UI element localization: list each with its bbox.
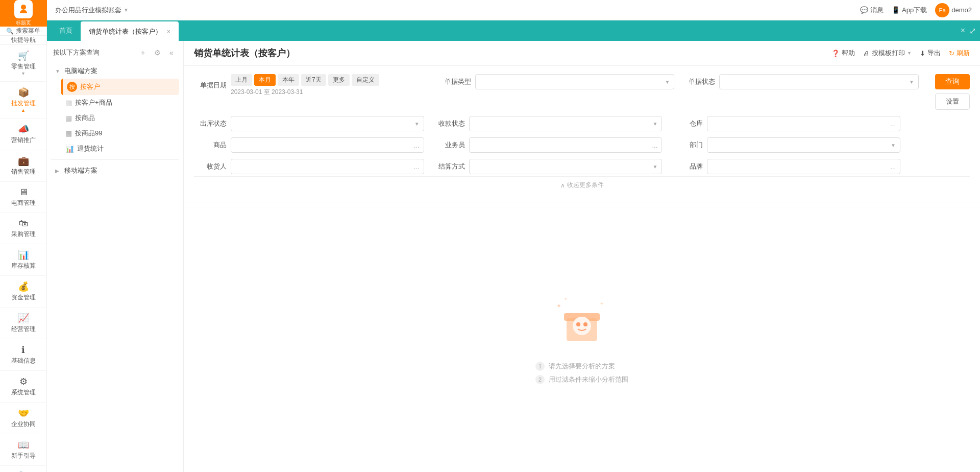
tree-mobile-header[interactable]: ▶ 移动端方案 <box>51 163 179 178</box>
by-customer-goods-icon: ▦ <box>65 99 72 107</box>
collapse-icon: ∧ <box>560 182 565 189</box>
print-btn[interactable]: 🖨 按模板打印 ▼ <box>863 49 912 58</box>
doc-type-select[interactable]: ▼ <box>475 74 675 89</box>
receiver-dots[interactable]: ... <box>414 163 420 171</box>
purchase-label: 采购管理 <box>11 230 36 239</box>
panel-collapse-btn[interactable]: « <box>166 47 177 58</box>
sidebar-item-guide[interactable]: 📖 新手引导 <box>0 434 47 466</box>
retail-icon: 🛒 <box>18 50 29 61</box>
by-goods-label: 按商品 <box>75 113 95 123</box>
wholesale-arrow: ▲ <box>21 108 26 113</box>
warehouse-label: 仓库 <box>670 119 703 128</box>
add-scheme-btn[interactable]: + <box>137 47 149 58</box>
sidebar-item-ecom[interactable]: 🖥 电商管理 <box>0 182 47 213</box>
tab-close-btn[interactable]: × <box>167 28 170 35</box>
message-label: 消息 <box>870 6 884 15</box>
out-status-select[interactable]: ▼ <box>231 116 424 131</box>
export-btn[interactable]: ⬇ 导出 <box>920 49 941 58</box>
scheme-settings-btn[interactable]: ⚙ <box>152 47 163 58</box>
app-selector[interactable]: 办公用品行业模拟账套 ▼ <box>55 6 129 15</box>
svg-point-5 <box>583 322 587 326</box>
department-arrow: ▼ <box>891 143 896 148</box>
department-select[interactable]: ▼ <box>707 137 900 153</box>
sidebar-item-finance[interactable]: 💰 资金管理 <box>0 276 47 308</box>
date-btn-current-year[interactable]: 本年 <box>278 74 299 86</box>
warehouse-select[interactable]: ... <box>707 116 900 131</box>
scheme-by-customer-goods[interactable]: ▦ 按客户+商品 <box>61 95 179 110</box>
receiver-label: 收货人 <box>194 162 227 171</box>
sidebar-item-marketing[interactable]: 📣 营销推广 <box>0 119 47 150</box>
refresh-label: 刷新 <box>957 49 970 58</box>
date-btn-last-7-days[interactable]: 近7天 <box>301 74 326 86</box>
print-arrow: ▼ <box>907 51 912 56</box>
date-btn-last-month[interactable]: 上月 <box>231 74 252 86</box>
collapse-bar[interactable]: ∧ 收起更多条件 <box>194 176 970 194</box>
brand-dots[interactable]: ... <box>890 163 896 171</box>
by-goods-icon: ▦ <box>65 114 72 122</box>
tree-pc-header[interactable]: ▼ 电脑端方案 <box>51 63 179 79</box>
sidebar-item-apps[interactable]: 🔧 应用中心 <box>0 466 47 472</box>
salesman-select[interactable]: ... <box>469 137 663 153</box>
brand-select[interactable]: ... <box>707 159 900 174</box>
scheme-return-stats[interactable]: 📊 退货统计 <box>61 141 179 156</box>
sys-icon: ⚙ <box>19 376 28 387</box>
wholesale-label: 批发管理 <box>11 99 36 108</box>
goods-dots[interactable]: ... <box>414 141 420 149</box>
goods-select[interactable]: ... <box>231 137 424 153</box>
doc-status-select[interactable]: ▼ <box>719 74 919 89</box>
sidebar-item-coop[interactable]: 🤝 企业协同 <box>0 403 47 434</box>
sidebar-item-basic[interactable]: ℹ 基础信息 <box>0 339 47 371</box>
tab-close-all-btn[interactable]: × <box>961 26 965 35</box>
app-name: 办公用品行业模拟账套 <box>55 6 121 15</box>
salesman-dots[interactable]: ... <box>652 141 658 149</box>
query-btn[interactable]: 查询 <box>935 74 970 89</box>
active-tab-label: 销货单统计表（按客户） <box>89 27 162 36</box>
out-status-arrow: ▼ <box>414 121 420 127</box>
refresh-btn[interactable]: ↻ 刷新 <box>949 49 970 58</box>
sidebar-item-sales[interactable]: 💼 销售管理 <box>0 150 47 182</box>
print-icon: 🖨 <box>863 50 870 57</box>
sidebar-item-ops[interactable]: 📈 经营管理 <box>0 308 47 339</box>
sidebar-item-inventory[interactable]: 📊 库存核算 <box>0 244 47 276</box>
collapse-label: 收起更多条件 <box>567 181 604 190</box>
payment-status-select[interactable]: ▼ <box>469 116 663 131</box>
right-panel: 销货单统计表（按客户） ❓ 帮助 🖨 按模板打印 ▼ ⬇ 导出 <box>184 41 980 472</box>
sidebar-item-purchase[interactable]: 🛍 采购管理 <box>0 213 47 244</box>
retail-arrow: ▼ <box>21 71 26 76</box>
app-download-btn[interactable]: 📱 App下载 <box>892 6 927 15</box>
sidebar-quick-nav[interactable]: 快捷导航 <box>0 36 47 45</box>
tab-home[interactable]: 首页 <box>51 20 81 41</box>
return-stats-icon: 📊 <box>65 145 74 153</box>
user-profile[interactable]: Ea demo2 <box>935 3 972 17</box>
sidebar-item-wholesale[interactable]: 📦 批发管理 ▲ <box>0 82 47 119</box>
scheme-by-goods[interactable]: ▦ 按商品 <box>61 110 179 126</box>
empty-state: ✦ ✦ ✦ 1 请先选择要分析的方案 2 用过滤条件来缩小分析范围 <box>184 202 980 472</box>
tab-restore-btn[interactable]: ⤢ <box>969 26 976 36</box>
help-btn[interactable]: ❓ 帮助 <box>831 49 855 58</box>
scheme-by-customer[interactable]: 按 按客户 <box>61 79 179 95</box>
settlement-select[interactable]: ▼ <box>469 159 663 174</box>
brand-label: 品牌 <box>670 162 703 171</box>
help-icon: ❓ <box>831 50 840 57</box>
sales-label: 销售管理 <box>11 168 36 176</box>
receiver-select[interactable]: ... <box>231 159 424 174</box>
settings-icon: ⚙ <box>154 49 161 57</box>
message-btn[interactable]: 💬 消息 <box>860 6 884 15</box>
scheme-by-goods99[interactable]: ▦ 按商品99 <box>61 126 179 141</box>
filter-settings-btn[interactable]: 设置 <box>935 93 970 110</box>
warehouse-dots[interactable]: ... <box>890 120 896 128</box>
basic-label: 基础信息 <box>11 357 36 365</box>
date-btn-current-month[interactable]: 本月 <box>254 74 276 86</box>
page-header: 销货单统计表（按客户） ❓ 帮助 🖨 按模板打印 ▼ ⬇ 导出 <box>184 41 980 66</box>
export-label: 导出 <box>927 49 941 58</box>
tab-customer-stats[interactable]: 销货单统计表（按客户） × <box>81 21 179 42</box>
marketing-icon: 📣 <box>18 124 29 135</box>
sidebar-item-sys[interactable]: ⚙ 系统管理 <box>0 371 47 403</box>
date-btn-custom[interactable]: 自定义 <box>352 74 379 86</box>
date-btn-more[interactable]: 更多 <box>328 74 350 86</box>
date-buttons: 上月 本月 本年 近7天 更多 自定义 <box>231 74 379 86</box>
tip-num-2: 2 <box>535 375 545 384</box>
marketing-label: 营销推广 <box>11 136 36 145</box>
sidebar-search[interactable]: 🔍 搜索菜单 <box>0 27 47 36</box>
sidebar-item-retail[interactable]: 🛒 零售管理 ▼ <box>0 45 47 82</box>
